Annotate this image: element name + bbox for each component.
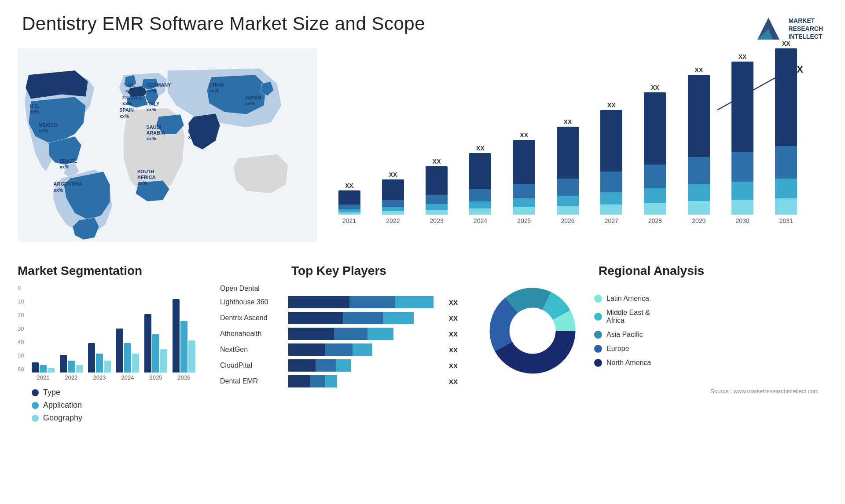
seg-label-2025: 2025 xyxy=(144,374,167,381)
seg-year-2023 xyxy=(88,343,111,373)
bar-2025: XX 2025 xyxy=(505,131,543,224)
legend-dot-latin xyxy=(594,295,602,303)
bar-2023: XX 2023 xyxy=(418,158,456,224)
legend-label-latin: Latin America xyxy=(606,295,649,303)
map-label-argentina: ARGENTINAxx% xyxy=(54,181,82,193)
seg-label-2024: 2024 xyxy=(116,374,139,381)
map-label-italy: ITALYxx% xyxy=(146,101,159,113)
source-text: Source : www.marketresearchintellect.com xyxy=(484,388,819,394)
legend-application-label: Application xyxy=(43,401,82,410)
seg-year-labels: 2021 2022 2023 2024 2025 2026 xyxy=(18,374,202,381)
header: Dentistry EMR Software Market Size and S… xyxy=(0,0,845,48)
donut-chart xyxy=(484,282,581,379)
bottom-section: Market Segmentation 60 50 40 30 20 10 0 xyxy=(0,259,845,436)
player-bar-cloudpital xyxy=(288,359,441,372)
seg-year-2022 xyxy=(60,355,83,373)
player-row-dentalemr: Dental EMR XX xyxy=(220,375,458,387)
player-row-cloudpital: CloudPital XX xyxy=(220,359,458,372)
y-label-50: 50 xyxy=(18,352,24,359)
y-label-10: 10 xyxy=(18,298,24,305)
player-name-cloudpital: CloudPital xyxy=(220,362,284,369)
map-label-france: FRANCExx% xyxy=(122,95,143,106)
legend-application-dot xyxy=(32,402,39,409)
legend-mea: Middle East &Africa xyxy=(594,309,651,325)
player-bar-lighthouse xyxy=(288,296,441,308)
legend-north-america: North America xyxy=(594,359,651,367)
map-label-germany: GERMANYxx% xyxy=(146,82,171,94)
legend-label-europe: Europe xyxy=(606,345,629,353)
seg-year-2024 xyxy=(116,329,139,373)
legend-type-label: Type xyxy=(43,388,60,397)
top-section: CANADAxx% U.S.xx% MEXICOxx% BRAZILxx% AR… xyxy=(0,48,845,259)
player-xx-cloudpital: XX xyxy=(449,362,458,369)
player-name-lighthouse: Lighthouse 360 xyxy=(220,298,284,306)
page-title: Dentistry EMR Software Market Size and S… xyxy=(22,13,425,34)
player-name-athena: Athenahealth xyxy=(220,330,284,338)
legend-dot-mea xyxy=(594,313,602,321)
legend-europe: Europe xyxy=(594,345,651,353)
svg-point-10 xyxy=(511,309,555,353)
bar-2026: XX 2026 xyxy=(548,118,587,224)
bar-2021: XX 2021 xyxy=(330,182,368,224)
logo: MARKET RESEARCH INTELLECT xyxy=(753,13,823,44)
bar-2022: XX 2022 xyxy=(374,171,412,224)
legend-label-asia: Asia Pacific xyxy=(606,331,643,339)
seg-bars xyxy=(32,285,195,373)
y-label-30: 30 xyxy=(18,325,24,332)
y-label-0: 0 xyxy=(18,285,24,291)
segmentation-panel: Market Segmentation 60 50 40 30 20 10 0 xyxy=(18,259,202,427)
trend-arrow xyxy=(709,62,805,114)
player-xx-dentalemr: XX xyxy=(449,378,458,385)
y-label-60: 60 xyxy=(18,366,24,373)
players-title: Top Key Players xyxy=(220,264,458,278)
legend-dot-asia xyxy=(594,331,602,339)
regional-legend: Latin America Middle East &Africa Asia P… xyxy=(594,295,651,367)
map-label-southafrica: SOUTHAFRICAxx% xyxy=(137,169,156,186)
player-bar-athena xyxy=(288,328,441,340)
player-xx-athena: XX xyxy=(449,330,458,338)
player-name-nextgen: NextGen xyxy=(220,346,284,354)
logo-text: MARKET RESEARCH INTELLECT xyxy=(788,17,823,41)
donut-svg xyxy=(484,282,581,379)
seg-label-2026: 2026 xyxy=(173,374,195,381)
segmentation-title: Market Segmentation xyxy=(18,264,202,278)
legend-dot-northamerica xyxy=(594,359,602,367)
legend-dot-europe xyxy=(594,345,602,353)
seg-legend: Type Application Geography xyxy=(32,388,202,423)
world-map: CANADAxx% U.S.xx% MEXICOxx% BRAZILxx% AR… xyxy=(18,48,317,259)
player-name-dentalemr: Dental EMR xyxy=(220,377,284,385)
map-label-mexico: MEXICOxx% xyxy=(39,122,58,134)
map-label-india: INDIAxx% xyxy=(188,128,202,140)
seg-year-2026 xyxy=(173,299,195,373)
bar-2024: XX 2024 xyxy=(461,145,500,224)
map-label-brazil: BRAZILxx% xyxy=(59,158,77,170)
legend-asia: Asia Pacific xyxy=(594,331,651,339)
logo-icon xyxy=(753,13,784,44)
player-row-opendental: Open Dental xyxy=(220,285,458,292)
y-axis: 60 50 40 30 20 10 0 xyxy=(18,285,24,373)
map-label-canada: CANADAxx% xyxy=(41,84,62,96)
player-name-opendental: Open Dental xyxy=(220,285,284,292)
regional-title: Regional Analysis xyxy=(484,264,819,278)
seg-label-2023: 2023 xyxy=(88,374,111,381)
map-label-japan: JAPANxx% xyxy=(245,95,261,106)
player-name-dentrix: Dentrix Ascend xyxy=(220,314,284,322)
legend-type-dot xyxy=(32,389,39,396)
legend-geography-dot xyxy=(32,415,39,422)
map-label-china: CHINAxx% xyxy=(209,82,224,94)
bar-2028: XX 2028 xyxy=(636,84,674,224)
map-label-spain: SPAINxx% xyxy=(119,107,134,119)
regional-panel: Regional Analysis xyxy=(475,259,827,427)
seg-year-2025 xyxy=(144,314,167,373)
map-label-us: U.S.xx% xyxy=(29,103,39,115)
legend-geography-label: Geography xyxy=(43,413,82,423)
player-xx-nextgen: XX xyxy=(449,346,458,354)
player-xx-lighthouse: XX xyxy=(449,299,458,306)
bar-2027: XX 2027 xyxy=(592,102,631,224)
legend-latin-america: Latin America xyxy=(594,295,651,303)
legend-label-mea: Middle East &Africa xyxy=(606,309,650,325)
player-row-athena: Athenahealth XX xyxy=(220,328,458,340)
player-bar-dentrix xyxy=(288,312,441,324)
player-row-dentrix: Dentrix Ascend XX xyxy=(220,312,458,324)
regional-content: Latin America Middle East &Africa Asia P… xyxy=(484,282,819,379)
